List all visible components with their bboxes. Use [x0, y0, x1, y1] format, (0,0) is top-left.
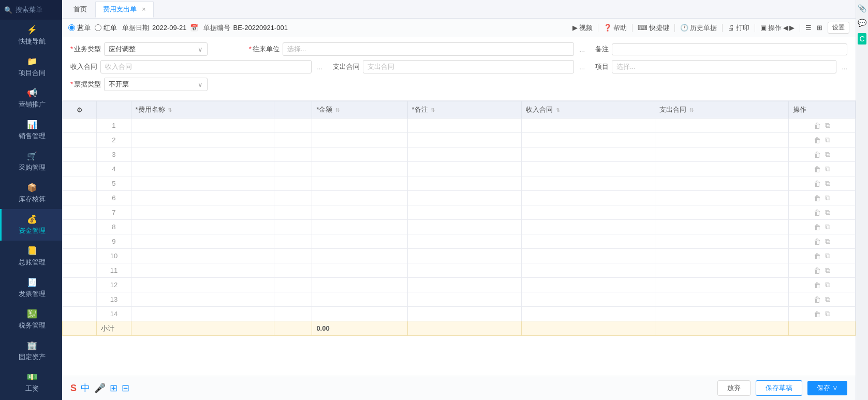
radio-blue-input[interactable]: [68, 24, 75, 31]
row-expense-c-10[interactable]: [655, 249, 789, 263]
row-note-3[interactable]: [407, 147, 522, 162]
row-amount-7[interactable]: [312, 205, 407, 220]
draft-button[interactable]: 保存草稿: [756, 380, 802, 396]
sidebar-item-sales[interactable]: 📊销售管理: [0, 114, 62, 146]
date-value[interactable]: 2022-09-21: [152, 24, 187, 32]
radio-red-input[interactable]: [95, 24, 101, 31]
copy-icon-12[interactable]: ⧉: [825, 280, 830, 289]
setting-button[interactable]: 设置: [828, 22, 849, 34]
row-income-4[interactable]: [522, 162, 655, 176]
green-panel-icon[interactable]: C: [858, 33, 866, 45]
row-expense-name-9[interactable]: [131, 234, 274, 249]
row-expense-c-3[interactable]: [655, 147, 789, 162]
comment-icon[interactable]: 💬: [858, 19, 866, 27]
th-expense-name[interactable]: *费用名称 ⇅: [131, 101, 274, 118]
row-note-2[interactable]: [407, 133, 522, 147]
delete-icon-6[interactable]: 🗑: [814, 194, 821, 202]
next-icon[interactable]: ▶: [789, 24, 795, 32]
row-note-13[interactable]: [407, 292, 522, 307]
row-amount-6[interactable]: [312, 191, 407, 205]
row-expense-name-10[interactable]: [131, 249, 274, 263]
row-expense-c-6[interactable]: [655, 191, 789, 205]
row-amount-4[interactable]: [312, 162, 407, 176]
s-icon[interactable]: S: [70, 383, 77, 394]
row-income-13[interactable]: [522, 292, 655, 307]
row-expense-c-8[interactable]: [655, 220, 789, 234]
abandon-button[interactable]: 放弃: [717, 380, 751, 396]
th-expense-contract[interactable]: 支出合同 ⇅: [655, 101, 789, 118]
row-amount-9[interactable]: [312, 234, 407, 249]
row-income-14[interactable]: [522, 307, 655, 321]
row-income-11[interactable]: [522, 263, 655, 278]
row-amount-12[interactable]: [312, 278, 407, 292]
row-expense-c-11[interactable]: [655, 263, 789, 278]
sidebar-item-purchase[interactable]: 🛒采购管理: [0, 146, 62, 177]
row-income-1[interactable]: [522, 118, 655, 133]
project-select[interactable]: 选择...: [612, 60, 836, 73]
row-income-9[interactable]: [522, 234, 655, 249]
shortcut-action[interactable]: ⌨ 快捷键: [638, 23, 669, 33]
row-note-11[interactable]: [407, 263, 522, 278]
invoice-type-select[interactable]: 不开票 ∨: [104, 78, 208, 91]
row-expense-c-13[interactable]: [655, 292, 789, 307]
row-income-2[interactable]: [522, 133, 655, 147]
row-income-6[interactable]: [522, 191, 655, 205]
row-expense-c-9[interactable]: [655, 234, 789, 249]
row-income-5[interactable]: [522, 176, 655, 191]
sidebar-item-project-contract[interactable]: 📁项目合同: [0, 51, 62, 83]
row-expense-name-14[interactable]: [131, 307, 274, 321]
row-note-10[interactable]: [407, 249, 522, 263]
th-income-contract[interactable]: 收入合同 ⇅: [522, 101, 655, 118]
list-view-icon[interactable]: ☰: [805, 24, 812, 32]
row-expense-name-7[interactable]: [131, 205, 274, 220]
th-amount[interactable]: *金额 ⇅: [312, 101, 407, 118]
sidebar-item-shortcut[interactable]: ⚡快捷导航: [0, 20, 62, 51]
copy-icon-11[interactable]: ⧉: [825, 266, 830, 275]
row-expense-name-6[interactable]: [131, 191, 274, 205]
row-expense-c-12[interactable]: [655, 278, 789, 292]
prev-icon[interactable]: ◀: [783, 24, 788, 32]
copy-icon-2[interactable]: ⧉: [825, 136, 830, 144]
row-expense-name-3[interactable]: [131, 147, 274, 162]
row-income-12[interactable]: [522, 278, 655, 292]
sidebar-item-inventory[interactable]: 📦库存核算: [0, 177, 62, 209]
copy-icon-10[interactable]: ⧉: [825, 251, 830, 260]
sidebar-item-finance[interactable]: 💰资金管理: [0, 209, 62, 241]
copy-icon-9[interactable]: ⧉: [825, 237, 830, 246]
copy-icon-5[interactable]: ⧉: [825, 179, 830, 188]
copy-icon-3[interactable]: ⧉: [825, 150, 830, 159]
row-amount-8[interactable]: [312, 220, 407, 234]
help-action[interactable]: ❓ 帮助: [604, 23, 627, 33]
copy-icon-13[interactable]: ⧉: [825, 295, 830, 304]
save-button[interactable]: 保存 ∨: [807, 381, 847, 395]
radio-red[interactable]: 红单: [95, 23, 117, 33]
copy-icon-7[interactable]: ⧉: [825, 208, 830, 217]
sidebar-item-salary[interactable]: 💵工资: [0, 367, 62, 398]
th-note[interactable]: *备注 ⇅: [407, 101, 522, 118]
delete-icon-13[interactable]: 🗑: [814, 295, 821, 304]
history-action[interactable]: 🕐 历史单据: [680, 23, 717, 33]
table-icon[interactable]: ⊞: [110, 382, 117, 394]
zhong-icon[interactable]: 中: [81, 382, 90, 394]
row-expense-name-5[interactable]: [131, 176, 274, 191]
delete-icon-2[interactable]: 🗑: [814, 136, 821, 144]
radio-blue[interactable]: 蓝单: [68, 23, 91, 33]
sidebar-item-accounting[interactable]: 📒总账管理: [0, 241, 62, 272]
calendar-icon[interactable]: 📅: [190, 24, 198, 32]
th-gear[interactable]: ⚙: [63, 101, 97, 118]
partner-select[interactable]: 选择...: [283, 42, 574, 56]
row-note-14[interactable]: [407, 307, 522, 321]
tab-home[interactable]: 首页: [66, 2, 94, 17]
grid-icon[interactable]: ⊟: [122, 382, 129, 394]
note-input[interactable]: [612, 43, 847, 55]
delete-icon-5[interactable]: 🗑: [814, 180, 821, 188]
row-income-10[interactable]: [522, 249, 655, 263]
sidebar-search[interactable]: 🔍 搜索菜单: [0, 0, 62, 20]
project-ellipsis[interactable]: ...: [842, 63, 847, 71]
delete-icon-10[interactable]: 🗑: [814, 252, 821, 260]
row-expense-name-13[interactable]: [131, 292, 274, 307]
mic-icon[interactable]: 🎤: [94, 382, 106, 394]
row-expense-c-14[interactable]: [655, 307, 789, 321]
copy-icon-14[interactable]: ⧉: [825, 309, 830, 318]
operations-action[interactable]: ▣ 操作 ◀ ▶: [760, 23, 795, 33]
